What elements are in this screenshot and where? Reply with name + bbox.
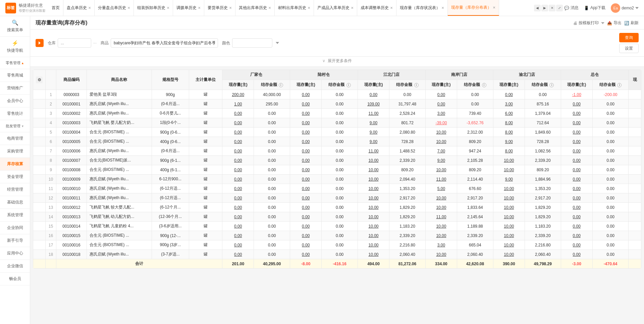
cell-zc-qty[interactable]: 0.00: [561, 203, 592, 212]
cell-yb-qty[interactable]: 10.00: [493, 193, 525, 203]
tab-product-in-history[interactable]: 产成品入库单历史 ✕: [314, 0, 357, 16]
cell-lc-qty[interactable]: 0.00: [290, 90, 322, 99]
cell-zc-qty[interactable]: 0.00: [561, 240, 592, 250]
message-btn[interactable]: 💬 消息: [564, 5, 579, 11]
cell-zc-qty[interactable]: 0.00: [561, 128, 592, 137]
tab-stock-count-history[interactable]: 盘点单历史 ✕: [63, 0, 95, 16]
cell-na-qty[interactable]: 10.00: [425, 193, 457, 203]
cell-jb-qty[interactable]: 10.00: [358, 175, 389, 184]
tab-cost-adjust-history[interactable]: 成本调整单历史 ✕: [357, 0, 396, 16]
cell-jb-qty[interactable]: 9.00: [358, 118, 389, 128]
cell-lc-qty[interactable]: 0.00: [290, 240, 322, 250]
warehouse-input[interactable]: [58, 38, 91, 48]
cell-yb-qty[interactable]: 0.00: [493, 90, 525, 99]
tab-next-btn[interactable]: ▶: [541, 5, 548, 11]
cell-cj-qty[interactable]: 0.00: [222, 222, 254, 231]
cell-zc-qty[interactable]: 0.00: [561, 109, 592, 118]
cell-zc-qty[interactable]: 0.00: [561, 222, 592, 231]
more-conditions-btn[interactable]: ∨ 展开更多条件: [36, 58, 639, 64]
close-tab-icon[interactable]: ✕: [198, 6, 201, 10]
cell-zc-qty[interactable]: 0.00: [561, 212, 592, 222]
tab-home[interactable]: 首页: [48, 0, 63, 16]
tab-material-out-history[interactable]: 材料出库单历史 ✕: [275, 0, 314, 16]
tab-transfer-history[interactable]: 调拨单历史 ✕: [173, 0, 204, 16]
sidebar-item-biz-mgmt[interactable]: 经营管理: [0, 183, 30, 196]
cell-cj-qty[interactable]: 1.00: [222, 99, 254, 109]
cell-lc-qty[interactable]: 0.00: [290, 146, 322, 156]
cell-yb-qty[interactable]: 10.00: [493, 250, 525, 259]
cell-yb-qty[interactable]: 3.00: [493, 99, 525, 109]
cell-jb-qty[interactable]: 10.00: [358, 193, 389, 203]
sidebar-item-search[interactable]: 🔍 搜索英单: [0, 16, 30, 37]
cell-zc-qty[interactable]: 0.00: [561, 146, 592, 156]
cell-cj-qty[interactable]: 0.00: [222, 240, 254, 250]
sidebar-item-inventory[interactable]: 库存核算: [0, 158, 30, 171]
cell-na-qty[interactable]: 10.00: [425, 128, 457, 137]
cell-lc-qty[interactable]: 0.00: [290, 165, 322, 175]
cell-yb-qty[interactable]: 6.00: [493, 109, 525, 118]
cj-amt-info-icon[interactable]: i: [279, 83, 283, 87]
cell-zc-qty[interactable]: 0.00: [561, 118, 592, 128]
cell-cj-qty[interactable]: 0.00: [222, 118, 254, 128]
filter-toggle-btn[interactable]: [36, 39, 44, 47]
cell-cj-qty[interactable]: 0.00: [222, 128, 254, 137]
cell-na-qty[interactable]: 10.00: [425, 231, 457, 240]
cell-na-qty[interactable]: 0.00: [425, 90, 457, 99]
cell-yb-qty[interactable]: 8.00: [493, 118, 525, 128]
cell-jb-qty[interactable]: 10.00: [358, 156, 389, 165]
sidebar-item-sys-mgmt[interactable]: 系统管理: [0, 209, 30, 222]
cell-zc-qty[interactable]: 0.00: [561, 137, 592, 146]
cell-lc-qty[interactable]: 0.00: [290, 184, 322, 193]
cell-zc-qty[interactable]: 0.00: [561, 165, 592, 175]
cell-lc-qty[interactable]: 0.00: [290, 231, 322, 240]
cell-cj-qty[interactable]: 0.00: [222, 137, 254, 146]
sidebar-item-corp-wechat[interactable]: 企业微信: [0, 260, 30, 273]
warehouse-dots[interactable]: ···: [93, 41, 97, 45]
cell-zc-qty[interactable]: 0.00: [561, 184, 592, 193]
cell-lc-qty[interactable]: 0.00: [290, 203, 322, 212]
cell-yb-qty[interactable]: 10.00: [493, 184, 525, 193]
close-tab-icon[interactable]: ✕: [167, 6, 169, 10]
cell-lc-qty[interactable]: 0.00: [290, 128, 322, 137]
cell-jb-qty[interactable]: 9.00: [358, 128, 389, 137]
cell-cj-qty[interactable]: 0.00: [222, 146, 254, 156]
cell-yb-qty[interactable]: 9.00: [493, 175, 525, 184]
sidebar-item-retail-stats[interactable]: 零售统计: [0, 107, 30, 120]
cell-yb-qty[interactable]: 9.00: [493, 137, 525, 146]
cell-zc-qty[interactable]: 0.00: [561, 193, 592, 203]
cell-na-qty[interactable]: 3.00: [425, 109, 457, 118]
cell-jb-qty[interactable]: 10.00: [358, 165, 389, 175]
cell-jb-qty[interactable]: 9.00: [358, 137, 389, 146]
cell-jb-qty[interactable]: 109.00: [358, 99, 389, 109]
sidebar-item-marketing[interactable]: 营销推广: [0, 82, 30, 95]
cell-na-qty[interactable]: 11.00: [425, 175, 457, 184]
cell-cj-qty[interactable]: 0.00: [222, 109, 254, 118]
cell-na-qty[interactable]: -39.00: [425, 118, 457, 128]
sidebar-item-basic-info[interactable]: 基础信息: [0, 196, 30, 209]
cell-yb-qty[interactable]: 10.00: [493, 222, 525, 231]
sidebar-item-retail-shop[interactable]: 零售商城: [0, 69, 30, 82]
sidebar-item-purchase-mgmt[interactable]: 采购管理: [0, 145, 30, 158]
cell-yb-qty[interactable]: 10.00: [493, 156, 525, 165]
sidebar-item-app-center[interactable]: 应用中心: [0, 247, 30, 260]
cell-na-qty[interactable]: 7.00: [425, 146, 457, 156]
cell-lc-qty[interactable]: 0.00: [290, 156, 322, 165]
cell-na-qty[interactable]: 11.00: [425, 212, 457, 222]
zc-amt-info-icon[interactable]: i: [617, 83, 622, 87]
cell-zc-qty[interactable]: 0.00: [561, 175, 592, 184]
na-amt-info-icon[interactable]: i: [482, 83, 486, 87]
cell-cj-qty[interactable]: 0.00: [222, 212, 254, 222]
user-profile-btn[interactable]: Ea demo2: [611, 3, 639, 13]
close-tab-icon[interactable]: ✕: [390, 6, 393, 10]
sidebar-item-quick-nav[interactable]: ⚡ 快捷导航: [0, 37, 30, 57]
cell-cj-qty[interactable]: 0.00: [222, 231, 254, 240]
cell-na-qty[interactable]: 10.00: [425, 250, 457, 259]
cell-na-qty[interactable]: 10.00: [425, 165, 457, 175]
cell-lc-qty[interactable]: 0.00: [290, 193, 322, 203]
cell-cj-qty[interactable]: 0.00: [222, 175, 254, 184]
tab-prev-btn[interactable]: ◀: [534, 5, 541, 11]
color-input[interactable]: [232, 38, 272, 48]
cell-na-qty[interactable]: 5.00: [425, 184, 457, 193]
cell-jb-qty[interactable]: 11.00: [358, 146, 389, 156]
cell-yb-qty[interactable]: 10.00: [493, 165, 525, 175]
